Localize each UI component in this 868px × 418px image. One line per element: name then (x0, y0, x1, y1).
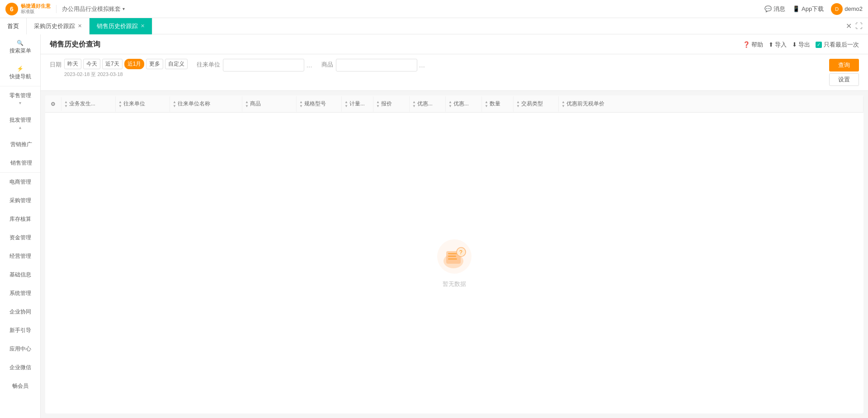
tab-fullscreen-icon[interactable]: ⛶ (855, 22, 863, 30)
help-btn[interactable]: ❓ 帮助 (743, 41, 763, 49)
export-btn[interactable]: ⬇ 导出 (792, 41, 810, 49)
date-btn-more[interactable]: 更多 (146, 59, 163, 69)
sidebar-item-system[interactable]: 系统管理 (0, 284, 40, 303)
logo-icon: 6 (5, 3, 18, 15)
product-dots-btn[interactable]: ... (419, 61, 425, 69)
counterpart-dots-btn[interactable]: ... (306, 61, 312, 69)
th-qty[interactable]: ▲▼ 数量 (482, 96, 514, 112)
th-discount-amt[interactable]: ▲▼ 优惠... (446, 96, 482, 112)
main-layout: 🔍 搜索菜单 ⚡ 快捷导航 零售管理 ▾ 批发管理 ▴ 营销推广 销售管理 电商… (0, 34, 868, 418)
purchase-tab-close[interactable]: ✕ (78, 23, 82, 29)
top-bar-right: 💬 消息 📱 App下载 D demo2 (764, 3, 863, 15)
logo-text: 畅捷通好生意 标准版 (21, 3, 51, 14)
filter-actions: 查询 设置 (829, 59, 859, 86)
sidebar-item-inventory[interactable]: 库存核算 (0, 210, 40, 228)
th-product[interactable]: ▲▼ 商品 (242, 96, 297, 112)
sidebar-item-ecom-mgmt[interactable]: 电商管理 (0, 173, 40, 191)
setting-button[interactable]: 设置 (829, 73, 859, 86)
sidebar-item-app-center[interactable]: 应用中心 (0, 340, 40, 358)
sales-tab-close[interactable]: ✕ (141, 23, 145, 29)
sort-icon: ▲▼ (245, 100, 249, 108)
tab-home[interactable]: 首页 (0, 18, 27, 34)
tab-close-all-icon[interactable]: ✕ (846, 22, 852, 30)
sort-icon: ▲▼ (299, 100, 303, 108)
sort-icon: ▲▼ (64, 100, 68, 108)
sidebar-item-marketing[interactable]: 营销推广 (0, 135, 40, 154)
filter-row: 日期 昨天 今天 近7天 近1月 更多 自定义 2023-02-18 至 202… (50, 59, 859, 86)
date-btn-today[interactable]: 今天 (83, 59, 100, 69)
tab-sales[interactable]: 销售历史价跟踪 ✕ (90, 18, 152, 34)
th-trade-type[interactable]: ▲▼ 交易类型 (514, 96, 559, 112)
product-input[interactable] (336, 59, 417, 71)
top-bar-left: 6 畅捷通好生意 标准版 办公用品行业模拟账套 ▾ (5, 3, 125, 15)
th-unit-code[interactable]: ▲▼ 往来单位 (116, 96, 170, 112)
th-unit[interactable]: ▲▼ 计量... (342, 96, 373, 112)
product-filter-group: 商品 ... (321, 59, 425, 71)
date-filter-options: 昨天 今天 近7天 近1月 更多 自定义 2023-02-18 至 2023-0… (64, 59, 188, 78)
sidebar-item-search-menu[interactable]: 🔍 搜索菜单 (0, 34, 40, 60)
date-btn-yesterday[interactable]: 昨天 (64, 59, 81, 69)
sort-icon: ▲▼ (173, 100, 176, 108)
query-button[interactable]: 查询 (829, 59, 859, 71)
sort-icon: ▲▼ (448, 100, 452, 108)
page-header: 销售历史价查询 ❓ 帮助 ⬆ 导入 ⬇ 导出 ✓ (41, 34, 868, 54)
quick-nav-icon: ⚡ (17, 66, 24, 72)
th-date[interactable]: ▲▼ 业务发生... (61, 96, 116, 112)
sort-icon: ▲▼ (561, 100, 565, 108)
sidebar-item-guide[interactable]: 新手引导 (0, 321, 40, 340)
counterpart-input[interactable] (223, 59, 304, 71)
checkbox-icon: ✓ (816, 42, 822, 48)
date-label: 日期 (50, 59, 61, 69)
help-icon: ❓ (743, 41, 750, 48)
sidebar-item-retail-mgmt[interactable]: 零售管理 ▾ (0, 86, 40, 111)
th-price[interactable]: ▲▼ 报价 (373, 96, 410, 112)
app-selector[interactable]: 办公用品行业模拟账套 ▾ (56, 5, 125, 13)
sidebar-item-basic-info[interactable]: 基础信息 (0, 266, 40, 284)
counterpart-filter-group: 往来单位 ... (197, 59, 312, 71)
product-input-wrap: ... (336, 59, 425, 71)
date-btn-7days[interactable]: 近7天 (102, 59, 123, 69)
sidebar-item-operation[interactable]: 经营管理 (0, 247, 40, 266)
sidebar-item-wechat[interactable]: 企业微信 (0, 358, 40, 377)
message-btn[interactable]: 💬 消息 (764, 5, 785, 13)
sidebar-item-member[interactable]: 畅会员 (0, 377, 40, 395)
sort-icon: ▲▼ (485, 100, 488, 108)
date-btn-1month[interactable]: 近1月 (124, 59, 145, 69)
purchase-tab-label: 采购历史价跟踪 (34, 22, 75, 30)
sort-icon: ▲▼ (118, 100, 122, 108)
product-label: 商品 (321, 59, 333, 69)
sales-tab-label: 销售历史价跟踪 (97, 22, 138, 30)
home-tab-label: 首页 (7, 22, 19, 30)
sidebar-item-sales-mgmt[interactable]: 销售管理 (0, 154, 40, 172)
chevron-down-icon: ▾ (19, 100, 21, 105)
logo-subtitle: 标准版 (21, 9, 51, 14)
settings-icon: ⚙ (51, 101, 56, 107)
sidebar-item-finance[interactable]: 资金管理 (0, 228, 40, 247)
date-filter-group: 日期 昨天 今天 近7天 近1月 更多 自定义 2023-02-18 至 202… (50, 59, 188, 78)
th-settings[interactable]: ⚙ (45, 97, 61, 111)
tab-bar-actions: ✕ ⛶ (846, 22, 868, 30)
avatar: D (831, 3, 843, 15)
import-btn[interactable]: ⬆ 导入 (769, 41, 787, 49)
th-pre-tax[interactable]: ▲▼ 优惠前无税单价 (559, 96, 863, 112)
th-discount-rate[interactable]: ▲▼ 优惠... (410, 96, 446, 112)
content-area: 销售历史价查询 ❓ 帮助 ⬆ 导入 ⬇ 导出 ✓ (41, 34, 868, 418)
svg-rect-4 (448, 256, 456, 257)
only-last-checkbox[interactable]: ✓ 只看最后一次 (816, 41, 859, 49)
empty-text: 暂无数据 (443, 280, 466, 288)
tab-purchase[interactable]: 采购历史价跟踪 ✕ (27, 18, 90, 34)
chevron-down-icon: ▾ (123, 6, 125, 11)
counterpart-label: 往来单位 (197, 59, 220, 69)
app-download-btn[interactable]: 📱 App下载 (793, 5, 824, 13)
sidebar-item-wholesale-mgmt[interactable]: 批发管理 ▴ (0, 111, 40, 135)
sidebar-item-quick-nav[interactable]: ⚡ 快捷导航 (0, 60, 40, 86)
date-btn-custom[interactable]: 自定义 (165, 59, 188, 69)
sidebar-item-purchase-mgmt[interactable]: 采购管理 (0, 191, 40, 210)
sidebar-item-enterprise[interactable]: 企业协同 (0, 303, 40, 321)
th-spec[interactable]: ▲▼ 规格型号 (297, 96, 342, 112)
logo-area: 6 畅捷通好生意 标准版 (5, 3, 51, 15)
user-area[interactable]: D demo2 (831, 3, 863, 15)
th-unit-name[interactable]: ▲▼ 往来单位名称 (170, 96, 242, 112)
table-header: ⚙ ▲▼ 业务发生... ▲▼ 往来单位 ▲▼ 往来单位名称 ▲▼ 商品 (45, 95, 863, 113)
top-bar: 6 畅捷通好生意 标准版 办公用品行业模拟账套 ▾ 💬 消息 📱 App下载 D… (0, 0, 868, 18)
